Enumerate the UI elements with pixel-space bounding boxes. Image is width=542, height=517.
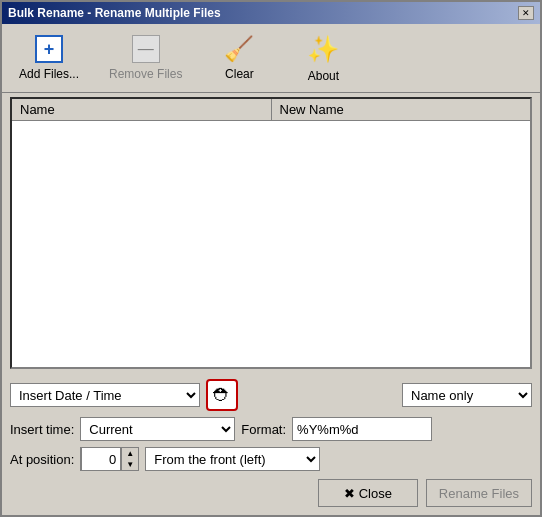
position-spinner[interactable]: ▲ ▼ [80,447,139,471]
remove-files-icon: — [132,35,160,63]
title-bar: Bulk Rename - Rename Multiple Files ✕ [2,2,540,24]
clear-button[interactable]: 🧹 Clear [199,28,279,88]
format-label: Format: [241,422,286,437]
close-icon: ✖ [344,486,355,501]
controls-row2: Insert time: Current Format: [10,417,532,441]
add-files-icon [35,35,63,63]
rename-files-label: Rename Files [439,486,519,501]
window-title: Bulk Rename - Rename Multiple Files [8,6,221,20]
help-button[interactable]: ⛑ [206,379,238,411]
about-icon: ✨ [307,34,339,65]
main-window: Bulk Rename - Rename Multiple Files ✕ Ad… [0,0,542,517]
controls-row3: At position: ▲ ▼ From the front (left) F… [10,447,532,471]
spinner-buttons: ▲ ▼ [121,448,138,470]
clear-label: Clear [225,67,254,81]
about-label: About [308,69,339,83]
spinner-down-button[interactable]: ▼ [122,459,138,470]
add-files-button[interactable]: Add Files... [6,28,92,88]
buttons-row: ✖ Close Rename Files [10,479,532,507]
bottom-bar: Insert Date / Time ⛑ Name only Insert ti… [2,373,540,515]
file-list[interactable]: Name New Name [10,97,532,369]
help-icon: ⛑ [213,385,231,406]
toolbar: Add Files... — Remove Files 🧹 Clear ✨ Ab… [2,24,540,93]
file-list-header: Name New Name [12,99,530,121]
remove-files-label: Remove Files [109,67,182,81]
name-only-select[interactable]: Name only [402,383,532,407]
at-position-label: At position: [10,452,74,467]
title-bar-controls: ✕ [518,6,534,20]
position-select[interactable]: From the front (left) From the back (rig… [145,447,320,471]
close-button[interactable]: ✕ [518,6,534,20]
about-button[interactable]: ✨ About [283,28,363,88]
current-select[interactable]: Current [80,417,235,441]
position-input[interactable] [81,447,121,471]
close-dialog-button[interactable]: ✖ Close [318,479,418,507]
spinner-up-button[interactable]: ▲ [122,448,138,459]
close-button-label: Close [359,486,392,501]
insert-time-label: Insert time: [10,422,74,437]
format-input[interactable] [292,417,432,441]
name-column-header: Name [12,99,272,120]
insert-date-select[interactable]: Insert Date / Time [10,383,200,407]
controls-row1: Insert Date / Time ⛑ Name only [10,379,532,411]
new-name-column-header: New Name [272,99,531,120]
remove-files-button[interactable]: — Remove Files [96,28,195,88]
clear-icon: 🧹 [224,35,254,63]
rename-files-button[interactable]: Rename Files [426,479,532,507]
add-files-label: Add Files... [19,67,79,81]
